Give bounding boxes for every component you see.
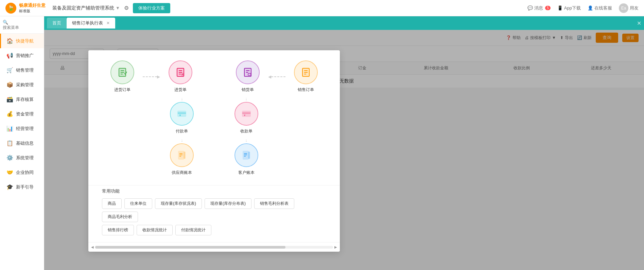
svg-rect-28 xyxy=(178,151,184,159)
logo-sub: 标准版 xyxy=(19,8,46,13)
sidebar-label-sales: 销售管理 xyxy=(16,67,34,73)
sidebar-item-quick-nav[interactable]: 🏠 快捷导航 xyxy=(0,34,44,48)
sidebar-label-system: 系统管理 xyxy=(16,155,34,161)
arrow-sb-so: ◀ xyxy=(268,74,285,79)
svg-rect-29 xyxy=(184,152,185,159)
customer-ledger-label: 客户账本 xyxy=(238,170,255,176)
func-btn-sales-margin[interactable]: 销售毛利分析表 xyxy=(254,198,294,209)
tab-home[interactable]: 首页 xyxy=(47,18,67,29)
sidebar-item-sales[interactable]: 🛒 销售管理 xyxy=(0,63,44,77)
top-right: 💬 消息 5 📱 App下载 👤 在线客服 Ea 用友 xyxy=(527,3,639,13)
func-btn-partner[interactable]: 往来单位 xyxy=(124,198,152,209)
tab-sales-order[interactable]: 销售订单执行表 ✕ xyxy=(67,18,115,29)
sidebar-item-basic[interactable]: 📋 基础信息 xyxy=(0,136,44,150)
func-btn-stock-dist[interactable]: 现存量(库存分布表) xyxy=(205,198,251,209)
sidebar-item-enterprise[interactable]: 🤝 企业协同 xyxy=(0,165,44,180)
scroll-right-icon[interactable]: ▶ xyxy=(334,245,337,249)
online-service-label: 在线客服 xyxy=(594,5,612,11)
logo-icon: 🍃 xyxy=(5,3,16,14)
page-content: ❓ 帮助 🖨 按模板打印 ▼ ⬆ 导出 🔄 刷新 xyxy=(44,30,644,270)
svg-rect-34 xyxy=(248,152,250,159)
dropdown-arrow-icon[interactable]: ▼ xyxy=(116,5,120,11)
sidebar-label-finance: 资金管理 xyxy=(16,111,34,117)
sidebar-item-finance[interactable]: 💰 资金管理 xyxy=(0,107,44,121)
content-area: 首页 销售订单执行表 ✕ ✕ ❓ 帮助 🖨 xyxy=(44,16,644,270)
sidebar-item-purchase[interactable]: 📦 采购管理 xyxy=(0,77,44,92)
down-arrow-pay: ↓ xyxy=(161,138,202,143)
download-icon: 📱 xyxy=(557,5,563,11)
tab-bar: 首页 销售订单执行表 ✕ ✕ xyxy=(44,16,644,30)
common-functions: 常用功能 商品 往来单位 现存量(库存状况表) 现存量(库存分布表) 销售毛利分… xyxy=(88,185,340,242)
service-icon: 👤 xyxy=(588,5,593,11)
sidebar-item-inventory[interactable]: 🗃️ 库存核算 xyxy=(0,92,44,107)
sales-order-label: 销售订单 xyxy=(298,87,314,93)
online-service-btn[interactable]: 👤 在线客服 xyxy=(588,5,612,11)
scrollbar-track xyxy=(95,246,333,249)
supplier-ledger-circle xyxy=(170,143,194,167)
func-btn-sales-rank[interactable]: 销售排行榜 xyxy=(102,225,134,235)
message-badge: 5 xyxy=(545,6,551,10)
dashed-line-1 xyxy=(143,76,157,77)
logo-area: 🍃 畅康通好生意 标准版 xyxy=(5,3,50,14)
flow-node-sales-order[interactable]: 销售订单 xyxy=(285,60,326,93)
flow-row-2: ¥ 付款单 xyxy=(102,102,326,134)
func-btn-stock-status[interactable]: 现存量(库存状况表) xyxy=(155,198,202,209)
sidebar-label-newbie: 新手引导 xyxy=(16,184,34,190)
quick-nav-icon: 🏠 xyxy=(6,38,13,44)
search-input[interactable] xyxy=(3,25,41,30)
down-arrow-rec: ↓ xyxy=(226,138,267,143)
func-btn-goods-margin[interactable]: 商品毛利分析 xyxy=(102,212,138,222)
flow-node-sales-bill[interactable]: 销货单 xyxy=(227,60,268,93)
purchase-order-label: 进货订单 xyxy=(114,87,130,93)
top-bar: 🍃 畅康通好生意 标准版 装备及固定资产辅助管理系统 ▼ ⚙ 体验行业方案 💬 … xyxy=(0,0,644,16)
modal-scrollbar: ◀ ▶ xyxy=(88,242,340,252)
logo-main: 畅康通好生意 xyxy=(19,3,46,8)
scrollbar-thumb[interactable] xyxy=(95,246,285,249)
app-download-btn[interactable]: 📱 App下载 xyxy=(557,5,581,11)
down-arrow-rec-icon: ↓ xyxy=(245,138,247,143)
flow-node-receipt[interactable]: ¥ 收款单 xyxy=(226,102,267,134)
func-btn-payment-stat[interactable]: 付款情况统计 xyxy=(175,225,211,235)
sidebar-item-newbie[interactable]: 🎓 新手引导 xyxy=(0,180,44,194)
user-area[interactable]: Ea 用友 xyxy=(619,3,639,13)
sidebar-label-enterprise: 企业协同 xyxy=(16,169,34,176)
flow-node-supplier-ledger[interactable]: 供应商账本 xyxy=(161,143,202,176)
enterprise-icon: 🤝 xyxy=(6,169,13,176)
func-btn-receipt-stat[interactable]: 收款情况统计 xyxy=(137,225,173,235)
flow-node-payment[interactable]: ¥ 付款单 xyxy=(161,102,202,134)
search-icon: 🔍 xyxy=(3,20,8,25)
down-arrows-row-2: ↓ ↓ xyxy=(102,137,326,143)
scroll-left-icon[interactable]: ◀ xyxy=(91,245,94,249)
func-btn-goods[interactable]: 商品 xyxy=(102,198,122,209)
sales-bill-circle xyxy=(236,60,260,84)
flow-row-3: 供应商账本 xyxy=(102,143,326,176)
svg-rect-33 xyxy=(243,151,248,159)
scrollbar-container: ◀ ▶ xyxy=(91,245,337,249)
sales-order-circle xyxy=(294,60,318,84)
experience-btn[interactable]: 体验行业方案 xyxy=(133,3,170,13)
purchase-bill-label: 进货单 xyxy=(174,87,187,93)
down-arrows-row: ↓ ↓ xyxy=(102,95,326,102)
arrow-right-icon-1: ▶ xyxy=(157,74,160,79)
tab-close-icon[interactable]: ✕ xyxy=(106,21,110,25)
sidebar-item-marketing[interactable]: 📢 营销推广 xyxy=(0,48,44,63)
flow-node-purchase-order[interactable]: 进货订单 xyxy=(102,60,143,93)
func-buttons-row-2: 销售排行榜 收款情况统计 付款情况统计 xyxy=(102,225,326,235)
tab-home-label: 首页 xyxy=(52,20,61,26)
message-icon: 💬 xyxy=(527,5,533,11)
flow-node-purchase-bill[interactable]: 进货单 xyxy=(160,60,201,93)
message-btn[interactable]: 💬 消息 5 xyxy=(527,5,551,11)
svg-rect-26 xyxy=(242,112,250,114)
customer-ledger-circle xyxy=(234,143,258,167)
sidebar-item-operation[interactable]: 📊 经营管理 xyxy=(0,121,44,136)
gear-icon[interactable]: ⚙ xyxy=(124,5,129,11)
purchase-icon: 📦 xyxy=(6,82,13,88)
down-arrow-pb: ↓ xyxy=(161,96,202,101)
modal-overlay[interactable]: 进货订单 ▶ xyxy=(44,30,644,270)
finance-icon: 💰 xyxy=(6,111,13,117)
system-icon: ⚙️ xyxy=(6,155,13,161)
marketing-icon: 📢 xyxy=(6,52,13,59)
sidebar-item-system[interactable]: ⚙️ 系统管理 xyxy=(0,150,44,165)
flow-node-customer-ledger[interactable]: 客户账本 xyxy=(226,143,267,176)
tab-bar-close-icon[interactable]: ✕ xyxy=(637,20,641,26)
